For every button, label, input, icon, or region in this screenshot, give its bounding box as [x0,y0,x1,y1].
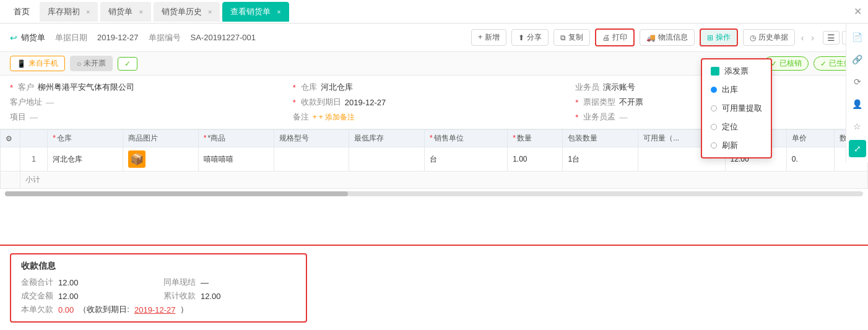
warehouse-label: 仓库 [301,82,317,93]
locate-icon [711,124,717,130]
balance-row: 本单欠款 0.00 （收款到期日: 2019-12-27 ） [21,304,296,315]
truck-icon: 🚚 [646,33,656,42]
new-button[interactable]: + 新增 [471,29,506,46]
print-button[interactable]: 🖨 打印 [595,28,635,46]
tab-close-all[interactable]: ✕ [854,6,862,17]
sidebar-icon-star[interactable]: ☆ [849,118,866,135]
payment-info-grid: 金额合计 12.00 同单现结 — 成交金额 12.00 累计收款 12.00 [21,277,296,315]
new-button-label: + 新增 [478,32,499,43]
customer-required: * [10,83,13,92]
project-value: — [30,113,38,122]
row-spec [274,147,349,172]
salesperson-label: 业务员 [575,82,599,93]
col-pack-qty: 包装数量 [563,130,638,147]
check-button[interactable]: ✓ [118,57,137,71]
same-bill-row: 同单现结 — [163,277,296,288]
due-date-field: * 收款到期日 2019-12-27 [293,97,576,108]
row-warehouse: 河北仓库 [48,147,123,172]
date-value: 2019-12-27 [97,33,139,42]
from-phone-button[interactable]: 📱 来自手机 [10,56,65,71]
add-note-label: + 添加备注 [319,112,355,123]
dropdown-item-outbound[interactable]: 出库 [702,80,771,99]
same-bill-value: — [201,278,209,287]
doc-meta: 单据日期 2019-12-27 单据编号 SA-20191227-001 [55,32,256,43]
copy-button[interactable]: ⧉ 复制 [553,29,590,46]
row-gear [1,147,20,172]
project-field: 项目 — [10,111,293,123]
balance-due-date: 2019-12-27 [134,305,176,315]
doc-title-area: ↩ 销货单 [10,32,45,43]
history-icon: ◷ [750,33,756,42]
sidebar-icon-doc[interactable]: 📄 [849,28,866,46]
logistics-button-label: 物流信息 [658,32,688,43]
print-button-label: 打印 [612,32,627,43]
check-circle2-icon: ✓ [820,59,827,68]
tab-inventory-label: 库存期初 [48,6,80,17]
project-label: 项目 [10,111,26,123]
number-value: SA-20191227-001 [191,33,256,42]
address-value: — [46,98,54,107]
copy-button-label: 复制 [568,32,583,43]
deal-amount-label: 成交金额 [21,290,53,302]
row-product-name[interactable]: 嘻嘻嘻嘻 [198,147,274,172]
salesperson2-label: 业务员孟 [583,111,615,123]
tab-sales-label: 销货单 [108,6,132,17]
refresh-label: 刷新 [722,140,738,151]
tab-sales[interactable]: 销货单 × [100,2,150,22]
cumulative-row: 累计收款 12.00 [163,290,296,302]
balance-note: （收款到期日: [79,304,129,315]
same-bill-label: 同单现结 [163,277,196,288]
tab-view-sales[interactable]: 查看销货单 × [222,2,289,22]
next-arrow[interactable]: › [810,32,815,44]
sidebar-icon-user[interactable]: 👤 [849,95,866,113]
not-open-icon: ○ [77,59,81,68]
prev-arrow[interactable]: ‹ [800,32,805,44]
col-settings[interactable]: ⚙ [1,130,20,147]
col-warehouse: *仓库 [48,130,123,147]
row-min-stock [349,147,425,172]
tab-sales-history[interactable]: 销货单历史 × [154,2,220,22]
note-field: 备注 + + 添加备注 [293,111,576,123]
salesperson2-value: — [619,113,627,122]
doc-header: ↩ 销货单 单据日期 2019-12-27 单据编号 SA-20191227-0… [0,24,868,52]
tab-inventory-close[interactable]: × [86,8,90,15]
salesperson-value: 演示账号 [603,82,635,93]
sidebar-icon-expand[interactable]: ⤢ [849,140,866,157]
tab-inventory[interactable]: 库存期初 × [40,2,98,22]
balance-close-paren: ） [180,304,188,315]
doc-actions: + 新增 ⬆ 分享 ⧉ 复制 🖨 打印 🚚 物流信息 [471,28,858,46]
warehouse-value[interactable]: 河北仓库 [321,82,353,93]
add-invoice-label: 添发票 [724,66,749,77]
tab-home[interactable]: 首页 [6,2,37,22]
add-note-button[interactable]: + + 添加备注 [313,112,355,123]
subtotal-empty-1 [1,172,20,189]
dropdown-item-available[interactable]: 可用量提取 [702,99,771,118]
dropdown-item-add-invoice[interactable]: 添发票 [702,62,771,80]
row-product-img: 📦 [123,147,199,172]
deal-amount-value: 12.00 [58,292,79,301]
sidebar-icon-link[interactable]: 🔗 [849,51,866,68]
row-unit: 台 [424,147,507,172]
dropdown-item-refresh[interactable]: 刷新 [702,136,771,155]
history-button[interactable]: ◷ 历史单据 [743,29,795,46]
available-icon [711,105,717,111]
ticket-label: 票据类型 [583,97,615,108]
list-view-button[interactable]: ☰ [823,31,840,45]
sidebar-icon-refresh[interactable]: ⟳ [849,73,866,90]
tab-sales-history-label: 销货单历史 [162,6,202,17]
tab-view-sales-close[interactable]: × [277,8,280,15]
logistics-button[interactable]: 🚚 物流信息 [640,29,695,46]
due-date-value: 2019-12-27 [345,98,386,107]
copy-icon: ⧉ [560,33,566,42]
customer-value[interactable]: 柳州粤港平安气体有限公司 [38,82,134,93]
note-label: 备注 [293,111,309,123]
operations-button[interactable]: ⊞ 操作 [700,28,738,46]
row-num: 1 [20,147,48,172]
dropdown-item-locate[interactable]: 定位 [702,118,771,136]
tab-sales-history-close[interactable]: × [208,8,212,15]
tab-sales-close[interactable]: × [139,8,142,15]
not-open-button[interactable]: ○ 未开票 [70,56,113,71]
tab-view-sales-label: 查看销货单 [230,6,271,17]
share-button[interactable]: ⬆ 分享 [511,29,549,46]
col-product: **商品 [198,130,274,147]
